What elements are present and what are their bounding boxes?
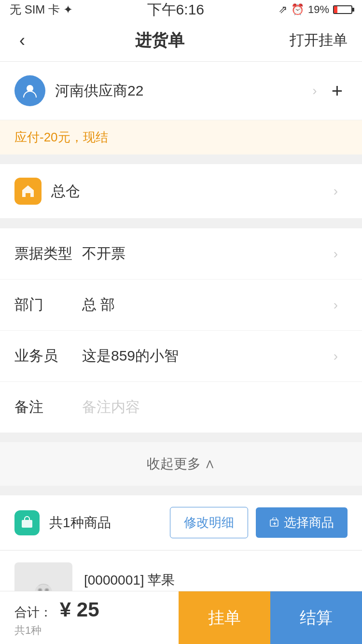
- department-row[interactable]: 部门 总 部 ›: [0, 279, 362, 330]
- select-product-icon: [269, 518, 280, 528]
- total-amount: ¥ 25: [60, 598, 99, 621]
- remark-label: 备注: [14, 397, 82, 417]
- invoice-chevron-icon: ›: [334, 246, 338, 262]
- salesman-row[interactable]: 业务员 这是859的小智 ›: [0, 330, 362, 381]
- page-title: 进货单: [135, 29, 184, 52]
- supplier-avatar: [14, 75, 45, 106]
- status-left: 无 SIM 卡 ✦: [10, 2, 73, 17]
- fields-section: 票据类型 不开票 › 部门 总 部 › 业务员 这是859的小智 › 备注 备注…: [0, 228, 362, 433]
- location-icon: ⇗: [278, 3, 287, 16]
- invoice-type-label: 票据类型: [14, 244, 82, 264]
- back-button[interactable]: ‹: [14, 26, 30, 56]
- nav-bar: ‹ 进货单 打开挂单: [0, 19, 362, 62]
- supplier-row[interactable]: 河南供应商22 › +: [0, 62, 362, 120]
- svg-point-0: [27, 85, 33, 92]
- remark-row[interactable]: 备注 备注内容: [0, 381, 362, 433]
- battery-text: 19%: [308, 3, 329, 16]
- battery-icon: [333, 5, 352, 14]
- select-product-label: 选择商品: [284, 514, 334, 531]
- svg-rect-1: [26, 193, 30, 197]
- status-time: 下午6:16: [147, 0, 204, 20]
- invoice-type-value: 不开票: [82, 244, 334, 264]
- salesman-chevron-icon: ›: [334, 349, 338, 364]
- warehouse-section: 总仓 ›: [0, 164, 362, 218]
- main-content: 河南供应商22 › + 应付-20元，现结 总仓 › 票据类型 不开票 › 部门: [0, 62, 362, 644]
- alarm-icon: ⏰: [291, 3, 304, 16]
- product-title: 苹果: [148, 573, 175, 588]
- checkout-button[interactable]: 结算: [270, 591, 362, 644]
- product-count-text: 共1种商品: [49, 514, 170, 532]
- status-right: ⇗ ⏰ 19%: [278, 3, 352, 16]
- supplier-name: 河南供应商22: [55, 81, 312, 101]
- svg-rect-2: [22, 520, 32, 528]
- department-chevron-icon: ›: [334, 297, 338, 313]
- open-hang-button[interactable]: 打开挂单: [290, 30, 348, 50]
- department-value: 总 部: [82, 295, 334, 315]
- total-label: 合计：: [14, 605, 52, 619]
- product-code: [0000001]: [84, 573, 144, 588]
- chevron-right-icon: ›: [312, 83, 317, 98]
- warehouse-name: 总仓: [51, 182, 334, 201]
- warehouse-chevron-icon: ›: [334, 183, 338, 199]
- supplier-section: 河南供应商22 › + 应付-20元，现结: [0, 62, 362, 154]
- department-label: 部门: [14, 295, 82, 315]
- product-name: [0000001] 苹果: [84, 571, 325, 589]
- bottom-bar: 合计： ¥ 25 共1种 挂单 结算: [0, 591, 362, 644]
- collapse-toggle[interactable]: 收起更多 ∧: [0, 442, 362, 486]
- sim-status: 无 SIM 卡 ✦: [10, 2, 73, 17]
- salesman-value: 这是859的小智: [82, 346, 334, 366]
- invoice-type-row[interactable]: 票据类型 不开票 ›: [0, 228, 362, 279]
- total-count: 共1种: [14, 623, 164, 638]
- warehouse-row[interactable]: 总仓 ›: [0, 164, 362, 218]
- total-section: 合计： ¥ 25 共1种: [0, 598, 179, 638]
- status-bar: 无 SIM 卡 ✦ 下午6:16 ⇗ ⏰ 19%: [0, 0, 362, 19]
- remark-value: 备注内容: [82, 397, 348, 417]
- add-button[interactable]: +: [327, 80, 348, 102]
- svg-rect-3: [270, 520, 278, 526]
- supplier-notice: 应付-20元，现结: [0, 120, 362, 154]
- product-header: 共1种商品 修改明细 选择商品: [0, 495, 362, 550]
- product-count-icon: [14, 510, 40, 535]
- edit-detail-button[interactable]: 修改明细: [170, 507, 248, 538]
- hang-button[interactable]: 挂单: [179, 591, 270, 644]
- select-product-button[interactable]: 选择商品: [256, 507, 348, 538]
- warehouse-icon: [14, 178, 42, 205]
- salesman-label: 业务员: [14, 346, 82, 366]
